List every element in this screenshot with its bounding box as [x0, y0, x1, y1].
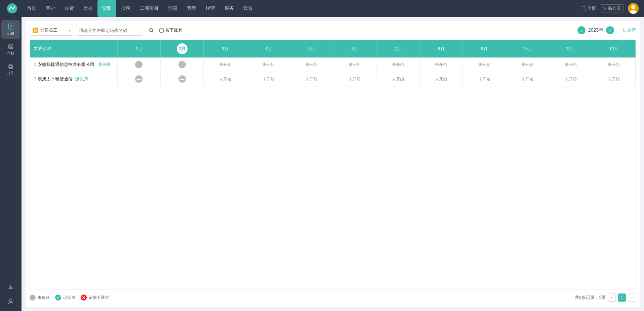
completed-label: 已完成	[63, 295, 75, 301]
month-cell-m2[interactable]: —	[160, 72, 203, 86]
month-cell-m11: 未开始	[549, 72, 592, 86]
th-m11: 11月	[549, 40, 592, 57]
svg-rect-5	[8, 25, 9, 29]
month-cell-m2[interactable]: —	[160, 57, 203, 72]
main-layout: 记账 审核 打印	[0, 17, 644, 311]
completed-dot	[55, 295, 61, 301]
refresh-label: 刷新	[627, 27, 636, 33]
not-started-text: 未开始	[306, 62, 318, 67]
my-accounts-checkbox-label[interactable]: 名下账套	[159, 27, 183, 33]
employee-select-text: 全部员工	[40, 27, 69, 33]
status-dot[interactable]: —	[178, 75, 186, 83]
month-cell-m8: 未开始	[419, 57, 462, 72]
search-button[interactable]	[146, 25, 157, 36]
sidebar-item-print[interactable]: 打印	[1, 60, 20, 78]
svg-point-15	[9, 299, 12, 302]
not-started-text: 未开始	[349, 77, 361, 81]
nav-item-tax[interactable]: 报税	[116, 0, 135, 17]
page-1-button[interactable]: 1	[618, 294, 626, 302]
month-cell-m6: 未开始	[333, 57, 376, 72]
status-dot[interactable]: —	[135, 61, 143, 68]
month-cell-m9: 未开始	[463, 72, 506, 86]
svg-point-10	[10, 45, 12, 47]
nav-item-invoice[interactable]: 票据	[79, 0, 97, 17]
month-cell-m9: 未开始	[463, 57, 506, 72]
employee-select[interactable]: 员 全部员工 ▾	[30, 25, 73, 36]
month-cell-m6: 未开始	[333, 72, 376, 86]
not-started-text: 未开始	[478, 62, 490, 67]
month-cell-m4: 未开始	[247, 57, 290, 72]
not-started-text: 未开始	[306, 77, 318, 81]
active-month-circle: 2月	[177, 43, 188, 54]
month-cell-m3: 未开始	[204, 72, 247, 86]
th-m7: 7月	[376, 40, 419, 57]
nav-item-service[interactable]: 服务	[220, 0, 239, 17]
search-input[interactable]	[79, 28, 140, 33]
th-m10: 10月	[506, 40, 549, 57]
sidebar-item-print-label: 打印	[7, 71, 14, 76]
refresh-icon: ↻	[622, 28, 626, 33]
prev-year-button[interactable]: ‹	[577, 26, 586, 34]
not-started-text: 未开始	[608, 77, 620, 81]
month-cell-m5: 未开始	[290, 57, 333, 72]
my-accounts-checkbox[interactable]	[159, 28, 164, 33]
refresh-button[interactable]: ↻ 刷新	[622, 27, 636, 33]
client-name-cell: 2漠澳太平畅捷通信进账簿	[30, 72, 117, 86]
prev-page-button[interactable]: ‹	[608, 294, 616, 302]
next-page-button[interactable]: ›	[628, 294, 636, 302]
month-cell-m7: 未开始	[376, 57, 419, 72]
accounts-table: 客户名称 1月 2月 3月 4月 5月 6月 7月 8月 9月	[30, 40, 636, 86]
month-cell-m12: 未开始	[592, 57, 636, 72]
nav-item-business[interactable]: 工商项目	[135, 0, 163, 17]
user-avatar[interactable]	[628, 3, 639, 14]
not-started-text: 未开始	[219, 77, 231, 81]
nav-item-accounting[interactable]: 记账	[97, 0, 116, 17]
enter-ledger-link[interactable]: 进账簿	[75, 76, 88, 81]
client-name: 安徽畅捷通信息技术有限公司	[38, 62, 94, 67]
fullscreen-label: 全屏	[587, 5, 596, 11]
not-started-text: 未开始	[435, 77, 447, 81]
svg-point-2	[631, 5, 635, 9]
month-cell-m1[interactable]: —	[117, 57, 160, 72]
svg-line-17	[152, 31, 153, 32]
th-m8: 8月	[419, 40, 462, 57]
vip-label: 畅会员	[608, 5, 621, 11]
month-cell-m1[interactable]: —	[117, 72, 160, 86]
table-row: 2漠澳太平畅捷通信进账簿——未开始未开始未开始未开始未开始未开始未开始未开始未开…	[30, 72, 636, 86]
app-logo	[5, 2, 19, 15]
month-cell-m7: 未开始	[376, 72, 419, 86]
enter-ledger-link[interactable]: 进账簿	[97, 62, 110, 67]
th-m12: 12月	[592, 40, 636, 57]
th-name: 客户名称	[30, 40, 117, 57]
content-card: 员 全部员工 ▾ 名下账套 ‹	[26, 21, 640, 307]
th-m3: 3月	[204, 40, 247, 57]
th-m5: 5月	[290, 40, 333, 57]
th-m2: 2月	[160, 40, 203, 57]
book-icon	[7, 23, 14, 30]
th-m1: 1月	[117, 40, 160, 57]
month-cell-m8: 未开始	[419, 72, 462, 86]
nav-item-operation[interactable]: 经营	[201, 0, 220, 17]
fullscreen-button[interactable]: ⛶ 全屏	[581, 5, 596, 11]
my-accounts-label: 名下账套	[165, 27, 183, 33]
nav-item-message[interactable]: 消息	[163, 0, 182, 17]
vip-button[interactable]: ▷ 畅会员	[600, 4, 624, 12]
status-dot[interactable]: —	[178, 61, 186, 68]
nav-item-settings[interactable]: 设置	[239, 0, 257, 17]
next-year-button[interactable]: ›	[606, 26, 614, 34]
play-icon: ▷	[603, 6, 606, 11]
sidebar-item-audit[interactable]: 审核	[1, 40, 20, 59]
nav-item-customer[interactable]: 客户	[41, 0, 60, 17]
person-icon	[7, 298, 14, 305]
status-dot[interactable]: —	[135, 75, 143, 83]
nav-item-manage[interactable]: 管理	[182, 0, 201, 17]
not-started-text: 未开始	[608, 62, 620, 67]
toolbar: 员 全部员工 ▾ 名下账套 ‹	[30, 25, 636, 36]
sidebar-item-person[interactable]	[1, 295, 20, 308]
table-body: 1安徽畅捷通信息技术有限公司进账簿——未开始未开始未开始未开始未开始未开始未开始…	[30, 57, 636, 86]
sidebar-item-download[interactable]	[1, 281, 20, 294]
sidebar-item-accounting[interactable]: 记账	[1, 20, 20, 39]
nav-item-home[interactable]: 首页	[22, 0, 41, 17]
not-started-text: 未开始	[521, 77, 533, 81]
nav-item-billing[interactable]: 收费	[60, 0, 79, 17]
